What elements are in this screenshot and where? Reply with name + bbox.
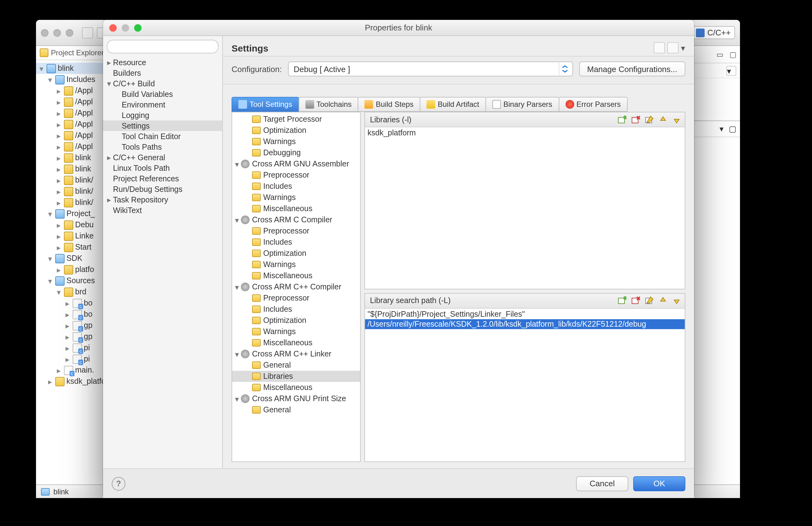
tool-cross-arm-c-linker[interactable]: ▾Cross ARM C++ Linker	[232, 349, 360, 359]
maximize-icon[interactable]: ▢	[729, 124, 736, 133]
folder-icon	[252, 384, 261, 391]
tool-warnings[interactable]: Warnings	[232, 259, 360, 270]
edit-icon[interactable]	[644, 114, 655, 125]
perspective-switcher[interactable]: C/C++	[692, 26, 735, 39]
tool-general[interactable]: General	[232, 359, 360, 371]
move-up-icon[interactable]	[657, 114, 669, 125]
tab-build-steps[interactable]: Build Steps	[358, 97, 420, 112]
manage-configurations-button[interactable]: Manage Configurations...	[579, 61, 685, 76]
tool-optimization[interactable]: Optimization	[232, 125, 360, 136]
category-tree[interactable]: ▸ResourceBuilders▾C/C++ BuildBuild Varia…	[103, 57, 222, 468]
configuration-select[interactable]: Debug [ Active ]	[288, 61, 573, 76]
category-c-c-build[interactable]: ▾C/C++ Build	[103, 78, 222, 89]
tool-includes[interactable]: Includes	[232, 304, 360, 315]
tool-cross-arm-gnu-print-size[interactable]: ▾Cross ARM GNU Print Size	[232, 393, 360, 404]
steps-icon	[365, 100, 373, 109]
dialog-traffic-lights[interactable]	[109, 24, 142, 32]
category-logging[interactable]: Logging	[103, 110, 222, 120]
category-tools-paths[interactable]: Tools Paths	[103, 142, 222, 152]
move-down-icon[interactable]	[671, 295, 682, 307]
add-icon[interactable]	[617, 295, 628, 307]
tool-miscellaneous[interactable]: Miscellaneous	[232, 270, 360, 281]
tool-debugging[interactable]: Debugging	[232, 147, 360, 158]
tool-warnings[interactable]: Warnings	[232, 326, 360, 337]
tool-optimization[interactable]: Optimization	[232, 315, 360, 326]
tool-miscellaneous[interactable]: Miscellaneous	[232, 382, 360, 393]
tool-libraries[interactable]: Libraries	[232, 371, 360, 382]
manage-configurations-label: Manage Configurations...	[587, 64, 677, 74]
tab-toolchains[interactable]: Toolchains	[298, 97, 358, 112]
tool-preprocessor[interactable]: Preprocessor	[232, 170, 360, 181]
cancel-button[interactable]: Cancel	[576, 476, 628, 491]
tab-build-artifact[interactable]: Build Artifact	[420, 97, 486, 112]
tool-cross-arm-c-compiler[interactable]: ▾Cross ARM C++ Compiler	[232, 281, 360, 293]
add-icon[interactable]	[617, 114, 628, 125]
tool-preprocessor[interactable]: Preprocessor	[232, 293, 360, 304]
folder-icon	[64, 231, 73, 241]
category-tool-chain-editor[interactable]: Tool Chain Editor	[103, 131, 222, 142]
libraries-items[interactable]: ksdk_platform	[365, 127, 685, 289]
tool-warnings[interactable]: Warnings	[232, 136, 360, 147]
library-path-item[interactable]: /Users/nreilly/Freescale/KSDK_1.2.0/lib/…	[365, 319, 685, 329]
category-environment[interactable]: Environment	[103, 99, 222, 110]
edit-icon[interactable]	[644, 295, 655, 307]
tool-settings-tree[interactable]: Target ProcessorOptimizationWarningsDebu…	[232, 112, 361, 462]
file-icon	[64, 366, 73, 375]
category-wikitext[interactable]: WikiText	[103, 205, 222, 215]
library-paths-items[interactable]: "${ProjDirPath}/Project_Settings/Linker_…	[365, 309, 685, 462]
move-down-icon[interactable]	[671, 114, 682, 125]
close-window-icon[interactable]	[109, 24, 117, 32]
tab-binary-parsers[interactable]: Binary Parsers	[485, 97, 559, 112]
folder-icon	[252, 227, 261, 235]
minimize-icon[interactable]: ▭	[716, 50, 723, 59]
tool-cross-arm-gnu-assembler[interactable]: ▾Cross ARM GNU Assembler	[232, 158, 360, 170]
category-builders[interactable]: Builders	[103, 68, 222, 78]
library-path-item[interactable]: "${ProjDirPath}/Project_Settings/Linker_…	[365, 309, 685, 319]
category-c-c-general[interactable]: ▸C/C++ General	[103, 152, 222, 163]
delete-icon[interactable]	[630, 114, 641, 125]
window-traffic-lights[interactable]	[41, 29, 78, 36]
category-project-references[interactable]: Project References	[103, 173, 222, 184]
toolbar-button[interactable]	[82, 27, 93, 38]
tool-preprocessor[interactable]: Preprocessor	[232, 225, 360, 237]
category-resource[interactable]: ▸Resource	[103, 57, 222, 68]
folder-icon	[64, 86, 73, 95]
tool-general[interactable]: General	[232, 404, 360, 415]
settings-panel: Settings ▾ Configuration: Debug [ Active…	[223, 36, 694, 468]
view-menu-icon[interactable]: ▾	[726, 66, 736, 75]
filter-input[interactable]	[107, 40, 218, 53]
tab-error-parsers[interactable]: Error Parsers	[559, 97, 628, 112]
forward-button[interactable]	[667, 42, 679, 53]
ok-button[interactable]: OK	[633, 476, 685, 491]
category-run-debug-settings[interactable]: Run/Debug Settings	[103, 184, 222, 194]
tool-miscellaneous[interactable]: Miscellaneous	[232, 203, 360, 214]
folder-icon	[64, 131, 73, 140]
tab-tool-settings[interactable]: Tool Settings	[232, 97, 299, 112]
tool-cross-arm-c-compiler[interactable]: ▾Cross ARM C Compiler	[232, 214, 360, 225]
tool-optimization[interactable]: Optimization	[232, 248, 360, 259]
folder-icon	[64, 97, 73, 106]
zoom-window-icon[interactable]	[134, 24, 142, 32]
maximize-icon[interactable]: ▢	[729, 50, 736, 59]
view-menu-icon[interactable]: ▾	[681, 43, 685, 53]
move-up-icon[interactable]	[657, 295, 669, 307]
category-settings[interactable]: Settings	[103, 120, 222, 131]
category-linux-tools-path[interactable]: Linux Tools Path	[103, 163, 222, 173]
category-task-repository[interactable]: ▸Task Repository	[103, 194, 222, 205]
back-button[interactable]	[654, 42, 665, 53]
dialog-titlebar[interactable]: Properties for blink	[103, 20, 694, 36]
help-button[interactable]: ?	[112, 477, 126, 490]
category-build-variables[interactable]: Build Variables	[103, 89, 222, 99]
cpp-perspective-icon	[696, 28, 705, 37]
gear-icon	[241, 350, 249, 358]
tool-target-processor[interactable]: Target Processor	[232, 114, 360, 125]
minimize-icon[interactable]: ▾	[720, 124, 724, 133]
minimize-window-icon[interactable]	[122, 24, 129, 32]
tool-includes[interactable]: Includes	[232, 237, 360, 248]
tool-includes[interactable]: Includes	[232, 181, 360, 192]
delete-icon[interactable]	[630, 295, 641, 307]
tool-warnings[interactable]: Warnings	[232, 192, 360, 203]
caret-icon: ▾	[56, 287, 62, 297]
tool-miscellaneous[interactable]: Miscellaneous	[232, 337, 360, 349]
library-item[interactable]: ksdk_platform	[365, 128, 685, 138]
